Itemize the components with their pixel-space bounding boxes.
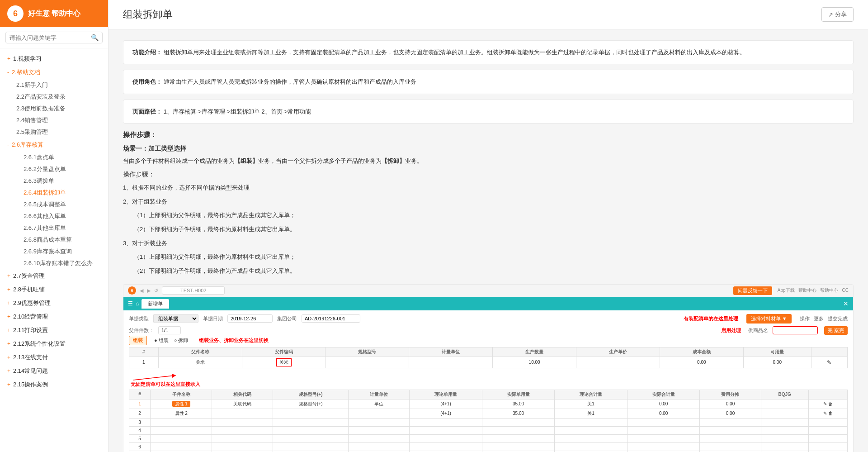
- sidebar-item-2-6-9[interactable]: 2.6.9库存账本查询: [0, 246, 108, 257]
- step-2: 2、对于组装业务: [123, 196, 854, 208]
- sidebar-item-2-6-8[interactable]: 2.6.8商品成本重算: [0, 234, 108, 246]
- path-intro-text: 1、库存核算->库存管理->组装拆卸单 2、首页->常用功能: [164, 108, 311, 115]
- sidebar-item-2-6-2[interactable]: 2.6.2分量盘点单: [0, 163, 108, 175]
- mock-supplier-input[interactable]: [773, 326, 818, 334]
- page-title: 组装拆卸单: [123, 8, 173, 21]
- sidebar-item-2-6-6[interactable]: 2.6.6其他入库单: [0, 210, 108, 222]
- mock-th-seq: #: [129, 347, 159, 357]
- mock-field-date[interactable]: [227, 314, 273, 323]
- screenshot-block: 6 ◀ ▶ ↺ TEST-H002 问题反馈一下 App下载 帮助中心 帮助中心…: [123, 284, 854, 452]
- mock-th-name: 父件名称: [158, 347, 242, 357]
- sidebar-item-2-3[interactable]: 2.3使用前数据准备: [0, 103, 108, 114]
- mock-th-op: [811, 347, 847, 357]
- feature-intro-text: 组装拆卸单用来处理企业组装或拆卸等加工业务，支持有固定装配清单的产品加工业务，也…: [164, 49, 745, 56]
- mock-parent-table: # 父件名称 父件编码 规格型号 计量单位 生产数量 生产单价 成本金额 可用量: [129, 347, 848, 368]
- mock-sidebar-icon: ☰: [128, 300, 133, 307]
- mock-child-th-op: [808, 390, 847, 399]
- sidebar-item-1[interactable]: + 1.视频学习: [0, 52, 108, 66]
- mock-child-row-2: 2 属性 2 (4+1) 35.00 关1 0.00 0.00: [129, 409, 848, 418]
- mock-content-area: 单据类型 组装单据 单据日期 集团公司 有装配清单的在这里处理 选择对料材单 ▼…: [123, 310, 853, 452]
- role-label: 使用角色：: [132, 78, 162, 85]
- sidebar-item-2-5[interactable]: 2.5采购管理: [0, 126, 108, 138]
- mock-child-op-2[interactable]: ✎ 🗑: [823, 411, 833, 416]
- mock-child-th-seq: #: [129, 390, 151, 399]
- share-icon: ↗: [828, 11, 833, 18]
- annotation-scene-switch: 组装业务、拆卸业务在这里切换: [199, 337, 269, 344]
- mock-refresh: ↺: [154, 288, 158, 294]
- feature-intro-block: 功能介绍： 组装拆卸单用来处理企业组装或拆卸等加工业务，支持有固定装配清单的产品…: [123, 40, 854, 64]
- sidebar-item-2-6-5[interactable]: 2.6.5成本调整单: [0, 199, 108, 210]
- mock-supplier-label: 供商品名: [748, 327, 768, 334]
- mock-count-label: 父件件数：: [129, 327, 154, 334]
- logo-icon: 6: [7, 5, 24, 22]
- mock-field-code[interactable]: [302, 314, 360, 323]
- sidebar: 6 好生意 帮助中心 🔍 + 1.视频学习 - 2.帮助文档 2.1新手入门 2…: [0, 0, 108, 452]
- sidebar-item-2-10[interactable]: + 2.10经营管理: [0, 310, 108, 324]
- mock-th-spec: 规格型号: [326, 347, 409, 357]
- mock-select-bill-btn[interactable]: 选择对料材单 ▼: [746, 314, 792, 324]
- sidebar-item-2-6-4[interactable]: 2.6.4组装拆卸单: [0, 187, 108, 199]
- step-1: 1、根据不同的业务，选择不同单据的类型来处理: [123, 182, 854, 194]
- prefix-icon-2-6: -: [7, 142, 9, 148]
- mock-child-th-code: 相关代码: [212, 390, 273, 399]
- mock-th-qty: 生产数量: [493, 347, 576, 357]
- sidebar-item-2-6-10[interactable]: 2.6.10库存账本错了怎么办: [0, 257, 108, 269]
- ops-steps-title: 操作步骤：: [123, 171, 854, 179]
- sidebar-item-2-13-label: 2.13在线支付: [13, 353, 48, 362]
- main-content: 功能介绍： 组装拆卸单用来处理企业组装或拆卸等加工业务，支持有固定装配清单的产品…: [108, 29, 868, 452]
- mock-app-tab[interactable]: 新增单: [142, 299, 169, 309]
- mock-feedback-btn[interactable]: 问题反馈一下: [733, 286, 772, 295]
- sidebar-item-2-13[interactable]: + 2.13在线支付: [0, 351, 108, 364]
- mock-confirm-btn[interactable]: 完 案完: [824, 326, 848, 335]
- mock-nav-back: ◀: [140, 288, 143, 294]
- sidebar-item-2-2[interactable]: 2.2产品安装及登录: [0, 91, 108, 103]
- annotation-qiyong: 启用处理: [721, 327, 741, 334]
- sidebar-item-2-6[interactable]: - 2.6库存核算: [0, 138, 108, 152]
- prefix-icon-2-9: +: [7, 300, 10, 306]
- ops-title: 操作步骤：: [123, 131, 854, 139]
- sidebar-item-2-4[interactable]: 2.4销售管理: [0, 114, 108, 126]
- sidebar-item-2-11-label: 2.11打印设置: [13, 326, 48, 334]
- prefix-icon-2-7: +: [7, 273, 10, 279]
- mock-child-row-5: 5: [129, 434, 848, 442]
- mock-app-bar: ☰ ⌂ 新增单 ✕: [123, 297, 853, 310]
- search-input[interactable]: [9, 34, 91, 41]
- mock-field-type[interactable]: 组装单据: [153, 314, 198, 323]
- prefix-icon-2-11: +: [7, 327, 10, 333]
- path-label: 页面路径：: [132, 108, 162, 115]
- sidebar-item-2-6-7[interactable]: 2.6.7其他出库单: [0, 222, 108, 234]
- mock-home-icon: ⌂: [136, 300, 139, 307]
- prefix-icon-1: +: [7, 56, 10, 62]
- search-input-wrap[interactable]: 🔍: [5, 32, 103, 43]
- mock-child-op-1[interactable]: ✎ 🗑: [823, 401, 833, 406]
- mock-address-bar: TEST-H002: [162, 286, 225, 295]
- sidebar-item-2[interactable]: - 2.帮助文档: [0, 66, 108, 79]
- mock-row-op-icon[interactable]: ✎: [827, 359, 831, 366]
- share-button[interactable]: ↗ 分享: [821, 7, 854, 22]
- sidebar-item-2-14[interactable]: + 2.14常见问题: [0, 364, 108, 378]
- mock-child-row-6: 6: [129, 442, 848, 451]
- sidebar-item-2-1[interactable]: 2.1新手入门: [0, 79, 108, 91]
- sidebar-item-2-8[interactable]: + 2.8手机旺铺: [0, 283, 108, 296]
- mock-assemble-badge: 组装: [129, 336, 147, 345]
- sidebar-item-2-12[interactable]: + 2.12系统个性化设置: [0, 337, 108, 351]
- mock-th-unit: 计量单位: [409, 347, 493, 357]
- mock-child-th-fee: 费用分摊: [700, 390, 761, 399]
- mock-radio-2[interactable]: ○ 拆卸: [174, 337, 189, 344]
- search-icon: 🔍: [91, 34, 99, 41]
- step-3-1: （1）上部明细为父件明细，最终作为原材料生成其它出库单；: [134, 252, 854, 263]
- sidebar-item-2-11[interactable]: + 2.11打印设置: [0, 324, 108, 337]
- sidebar-item-2-6-1[interactable]: 2.6.1盘点单: [0, 152, 108, 163]
- mock-child-th-theory: 理论单用量: [410, 390, 482, 399]
- mock-close-icon[interactable]: ✕: [843, 300, 849, 307]
- sidebar-item-2-15[interactable]: + 2.15操作案例: [0, 378, 108, 391]
- sidebar-item-2-12-label: 2.12系统个性化设置: [13, 340, 66, 348]
- mock-count-input[interactable]: [158, 326, 181, 334]
- role-intro-text: 通常由生产人员或库管人员完成拆装业务的操作，库管人员确认原材料的出库和产成品的入…: [164, 78, 416, 85]
- sidebar-item-2-9[interactable]: + 2.9优惠券管理: [0, 296, 108, 310]
- sidebar-item-2-6-3[interactable]: 2.6.3调拨单: [0, 175, 108, 187]
- mock-logo: 6: [128, 286, 136, 295]
- sidebar-item-2-7[interactable]: + 2.7资金管理: [0, 269, 108, 283]
- mock-radio-1[interactable]: ● 组装: [154, 337, 169, 344]
- step-2-1: （1）上部明细为父件明细，最终作为产成品生成其它入库单；: [134, 210, 854, 221]
